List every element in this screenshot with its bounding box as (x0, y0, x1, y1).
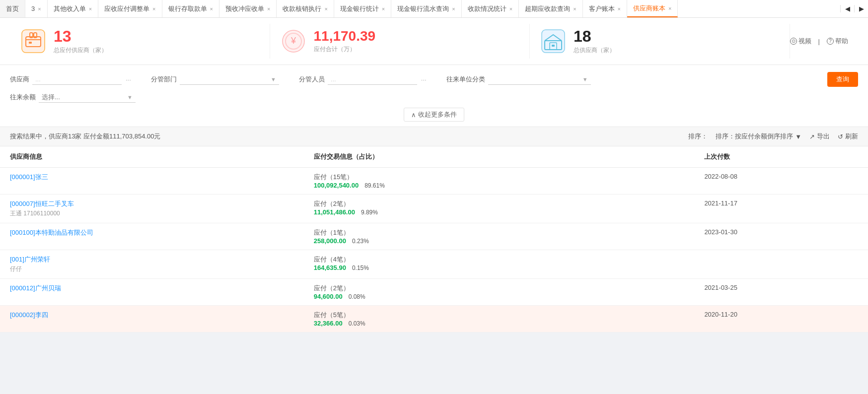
nav-tab-3[interactable]: 3 × (25, 0, 48, 17)
txn-label: 应付（15笔） (314, 173, 685, 182)
close-icon[interactable]: × (668, 5, 671, 11)
close-icon[interactable]: × (210, 6, 213, 12)
txn-cell: 应付（1笔）258,000.000.23% (304, 223, 695, 250)
svg-rect-0 (22, 30, 45, 53)
top-navigation: 首页 3 × 其他收入单 × 应收应付调整单 × 银行存取款单 × 预收冲应收单… (0, 0, 868, 18)
close-icon[interactable]: × (382, 6, 385, 12)
person-input[interactable] (328, 74, 417, 85)
export-button[interactable]: ↗ 导出 (809, 132, 830, 141)
txn-label: 应付（2笔） (314, 284, 685, 293)
supplier-link[interactable]: [000001]张三 (10, 173, 48, 181)
supplier-link[interactable]: [000100]本特勤油品有限公司 (10, 229, 93, 236)
nav-tab-customer-book[interactable]: 客户账本 × (583, 0, 627, 17)
close-icon[interactable]: × (573, 6, 576, 12)
category-input[interactable] (491, 75, 580, 83)
close-icon[interactable]: × (618, 6, 621, 12)
txn-cell: 应付（15笔）100,092,540.0089.61% (304, 168, 695, 195)
supplier-sub-info: 仔仔 (10, 265, 294, 273)
txn-amount[interactable]: 32,366.00 (314, 320, 343, 327)
help-link[interactable]: ? 帮助 (827, 37, 848, 46)
nav-tab-overdue[interactable]: 超期应收款查询 × (519, 0, 582, 17)
supplier-cell: [001]广州荣轩仔仔 (0, 250, 304, 279)
close-icon[interactable]: × (452, 6, 455, 12)
table-row: [001]广州荣轩仔仔应付（4笔）164,635.900.15% (0, 250, 868, 279)
store-icon (540, 28, 567, 55)
txn-label: 应付（1笔） (314, 228, 685, 237)
close-icon[interactable]: × (89, 6, 92, 12)
nav-tab-adjust[interactable]: 应收应付调整单 × (98, 0, 162, 17)
txn-amount[interactable]: 164,635.90 (314, 264, 346, 271)
top-right-actions: ⊙ 视频 | ? 帮助 (790, 37, 858, 46)
nav-tab-cash-query[interactable]: 现金银行流水查询 × (391, 0, 461, 17)
txn-percent: 89.61% (364, 182, 385, 189)
nav-next-button[interactable]: ▶ (854, 5, 868, 12)
category-dropdown[interactable]: ▼ (488, 74, 591, 85)
txn-percent: 9.89% (361, 209, 378, 216)
close-icon[interactable]: × (267, 6, 270, 12)
supplier-link[interactable]: [000007]恒旺二手叉车 (10, 200, 74, 207)
payable-suppliers-value: 13 (54, 28, 107, 44)
balance-filter-label: 往来余额 (10, 93, 36, 102)
payable-total-label: 应付合计（万） (314, 45, 376, 54)
result-actions: 排序： 排序：按应付余额倒序排序 ▼ ↗ 导出 ↺ 刷新 (688, 132, 858, 141)
supplier-link[interactable]: [000002]李四 (10, 311, 48, 319)
close-icon[interactable]: × (38, 6, 41, 12)
filter-row-2: 往来余额 ▼ (10, 92, 858, 103)
supplier-table: 供应商信息 应付交易信息（占比） 上次付数 [000001]张三应付（15笔）1… (0, 146, 868, 332)
supplier-link[interactable]: [000012]广州贝瑞 (10, 284, 61, 292)
last-payment-cell: 2020-11-20 (694, 306, 868, 332)
nav-tab-prepay[interactable]: 预收冲应收单 × (219, 0, 277, 17)
refresh-button[interactable]: ↺ 刷新 (838, 132, 858, 141)
last-payment-cell: 2022-08-08 (694, 168, 868, 195)
help-icon: ? (827, 38, 834, 45)
txn-amount[interactable]: 258,000.00 (314, 237, 346, 245)
nav-tab-supplier-book[interactable]: 供应商账本 × (627, 0, 678, 17)
supplier-more-icon[interactable]: ··· (126, 76, 131, 83)
table-header-row: 供应商信息 应付交易信息（占比） 上次付数 (0, 146, 868, 168)
nav-tab-verify[interactable]: 收款核销执行 × (277, 0, 334, 17)
nav-tab-bank[interactable]: 银行存取款单 × (162, 0, 219, 17)
txn-amount[interactable]: 94,600.00 (314, 293, 343, 300)
close-icon[interactable]: × (509, 6, 512, 12)
collapse-button[interactable]: ∧ 收起更多条件 (404, 108, 464, 122)
stat-card-payable-content: 13 总应付供应商（家） (54, 28, 107, 55)
supplier-sub-info: 王通 17106110000 (10, 209, 294, 218)
payable-icon (20, 28, 47, 55)
stat-card-total-content: 11,170.39 应付合计（万） (314, 29, 376, 54)
col-header-last-payment: 上次付数 (694, 146, 868, 168)
filter-person: 分管人员 ··· (299, 74, 427, 85)
last-payment-cell: 2023-01-30 (694, 223, 868, 250)
table-row: [000012]广州贝瑞应付（2笔）94,600.000.08%2021-03-… (0, 279, 868, 306)
dept-input[interactable] (183, 75, 269, 83)
dept-dropdown[interactable]: ▼ (180, 74, 279, 85)
chevron-up-icon: ∧ (411, 111, 416, 119)
txn-label: 应付（2笔） (314, 199, 685, 208)
circle-icon: ⊙ (790, 38, 797, 45)
dept-filter-label: 分管部门 (151, 75, 177, 84)
person-more-icon[interactable]: ··· (421, 76, 427, 83)
supplier-link[interactable]: [001]广州荣轩 (10, 256, 50, 263)
close-icon[interactable]: × (152, 6, 155, 12)
query-button[interactable]: 查询 (827, 72, 858, 87)
nav-tab-cash-stat[interactable]: 现金银行统计 × (334, 0, 391, 17)
supplier-cell: [000100]本特勤油品有限公司 (0, 223, 304, 250)
refresh-icon: ↺ (838, 133, 843, 140)
txn-amount[interactable]: 100,092,540.00 (314, 182, 359, 189)
supplier-input[interactable] (32, 74, 122, 85)
nav-tab-income[interactable]: 其他收入单 × (48, 0, 98, 17)
balance-dropdown[interactable]: ▼ (39, 92, 136, 103)
nav-tab-home[interactable]: 首页 (0, 0, 25, 17)
nav-prev-button[interactable]: ◀ (840, 5, 854, 12)
sort-select[interactable]: 排序：按应付余额倒序排序 ▼ (716, 132, 801, 141)
balance-input[interactable] (42, 93, 125, 101)
nav-tab-collect-stat[interactable]: 收款情况统计 × (462, 0, 519, 17)
close-icon[interactable]: × (324, 6, 327, 12)
video-link[interactable]: ⊙ 视频 (790, 37, 811, 46)
chevron-down-icon: ▼ (271, 76, 276, 82)
supplier-cell: [000001]张三 (0, 168, 304, 195)
result-bar: 搜索结果中，供应商13家 应付金额111,703,854.00元 排序： 排序：… (0, 127, 868, 146)
stat-card-total-content: 18 总供应商（家） (574, 28, 615, 55)
last-payment-cell (694, 250, 868, 279)
txn-amount[interactable]: 11,051,486.00 (314, 208, 355, 216)
nav-arrows: ◀ ▶ (840, 5, 868, 12)
